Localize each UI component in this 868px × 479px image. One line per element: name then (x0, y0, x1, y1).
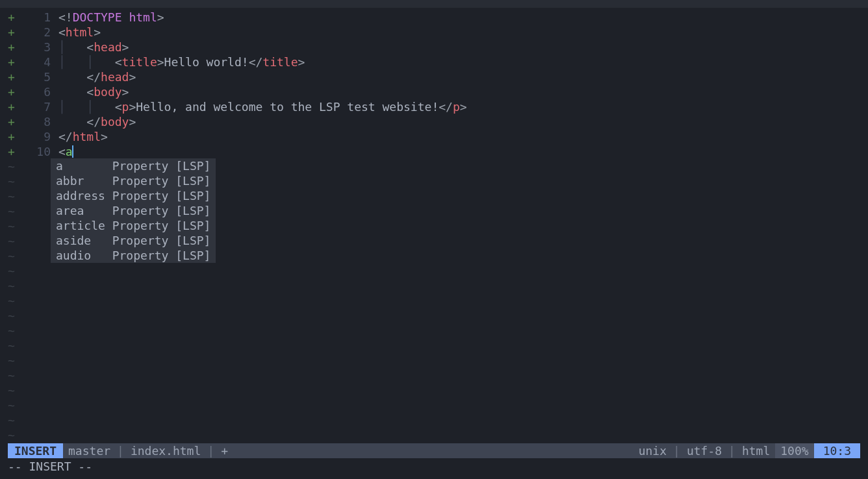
tilde-marker: ~ (0, 234, 15, 249)
code-line[interactable]: +5 </head> (0, 69, 868, 84)
tilde-marker: ~ (0, 174, 15, 189)
modified-flag: + (216, 443, 233, 458)
file-encoding: utf-8 (682, 443, 727, 458)
line-number: 2 (23, 25, 58, 40)
code-line[interactable]: +4│ │ <title>Hello world!</title> (0, 55, 868, 69)
diff-sign: + (0, 69, 23, 84)
tilde-marker: ~ (0, 338, 15, 353)
git-branch: master (63, 443, 116, 458)
separator: | (206, 443, 216, 458)
line-number: 5 (23, 69, 58, 84)
filetype: html (737, 443, 775, 458)
tilde-marker: ~ (0, 308, 15, 323)
tilde-marker: ~ (0, 398, 15, 413)
line-number: 8 (23, 114, 58, 129)
completion-item[interactable]: abbr Property [LSP] (51, 173, 216, 188)
completion-item[interactable]: audio Property [LSP] (51, 248, 216, 263)
line-number: 1 (23, 10, 58, 25)
code-line[interactable]: +2<html> (0, 25, 868, 40)
code-content[interactable]: <!DOCTYPE html> (58, 10, 868, 25)
tilde-marker: ~ (0, 383, 15, 398)
tilde-marker: ~ (0, 323, 15, 338)
tilde-marker: ~ (0, 428, 15, 443)
separator: | (116, 443, 125, 458)
filler-line: ~ (0, 368, 868, 383)
line-number: 6 (23, 84, 58, 99)
code-line[interactable]: +3│ <head> (0, 40, 868, 55)
status-line: INSERT master | index.html | + unix | ut… (8, 443, 860, 458)
tilde-marker: ~ (0, 219, 15, 234)
tilde-marker: ~ (0, 353, 15, 368)
cursor-position: 10:3 (814, 443, 860, 458)
filler-line: ~ (0, 428, 868, 443)
command-line: -- INSERT -- (8, 459, 92, 474)
diff-sign: + (0, 40, 23, 55)
filler-line: ~ (0, 413, 868, 428)
scroll-percent: 100% (775, 443, 813, 458)
diff-sign: + (0, 10, 23, 25)
code-content[interactable]: <a (58, 144, 868, 159)
filler-line: ~ (0, 383, 868, 398)
completion-item[interactable]: address Property [LSP] (51, 188, 216, 203)
diff-sign: + (0, 25, 23, 40)
completion-popup[interactable]: a Property [LSP]abbr Property [LSP]addre… (51, 158, 216, 263)
code-line[interactable]: +9</html> (0, 129, 868, 144)
completion-item[interactable]: a Property [LSP] (51, 158, 216, 173)
line-number: 3 (23, 40, 58, 55)
filler-line: ~ (0, 323, 868, 338)
tab-bar (0, 0, 868, 8)
text-cursor (72, 145, 73, 158)
completion-item[interactable]: area Property [LSP] (51, 203, 216, 218)
tilde-marker: ~ (0, 278, 15, 293)
code-content[interactable]: │ <head> (58, 40, 868, 55)
code-content[interactable]: </head> (58, 69, 868, 84)
code-content[interactable]: │ │ <title>Hello world!</title> (58, 55, 868, 69)
tilde-marker: ~ (0, 264, 15, 278)
tilde-marker: ~ (0, 368, 15, 383)
editor-viewport[interactable]: +1<!DOCTYPE html>+2<html>+3│ <head>+4│ │… (0, 0, 868, 479)
code-content[interactable]: <body> (58, 84, 868, 99)
code-content[interactable]: <html> (58, 25, 868, 40)
code-line[interactable]: +1<!DOCTYPE html> (0, 10, 868, 25)
diff-sign: + (0, 55, 23, 69)
code-content[interactable]: │ │ <p>Hello, and welcome to the LSP tes… (58, 99, 868, 114)
tilde-marker: ~ (0, 413, 15, 428)
file-format: unix (633, 443, 672, 458)
code-line[interactable]: +6 <body> (0, 84, 868, 99)
diff-sign: + (0, 114, 23, 129)
tilde-marker: ~ (0, 293, 15, 308)
separator: | (727, 443, 737, 458)
mode-indicator: INSERT (8, 443, 63, 458)
tilde-marker: ~ (0, 249, 15, 264)
tilde-marker: ~ (0, 204, 15, 219)
filler-line: ~ (0, 264, 868, 278)
code-content[interactable]: </html> (58, 129, 868, 144)
filler-line: ~ (0, 353, 868, 368)
line-number: 4 (23, 55, 58, 69)
code-line[interactable]: +8 </body> (0, 114, 868, 129)
filler-line: ~ (0, 308, 868, 323)
file-name: index.html (125, 443, 206, 458)
filler-line: ~ (0, 278, 868, 293)
code-content[interactable]: </body> (58, 114, 868, 129)
tilde-marker: ~ (0, 159, 15, 174)
filler-line: ~ (0, 293, 868, 308)
line-number: 10 (23, 144, 58, 159)
filler-line: ~ (0, 398, 868, 413)
diff-sign: + (0, 144, 23, 159)
diff-sign: + (0, 99, 23, 114)
code-line[interactable]: +7│ │ <p>Hello, and welcome to the LSP t… (0, 99, 868, 114)
diff-sign: + (0, 84, 23, 99)
tilde-marker: ~ (0, 189, 15, 204)
line-number: 9 (23, 129, 58, 144)
completion-item[interactable]: aside Property [LSP] (51, 233, 216, 248)
completion-item[interactable]: article Property [LSP] (51, 218, 216, 233)
separator: | (672, 443, 682, 458)
line-number: 7 (23, 99, 58, 114)
code-line[interactable]: +10<a (0, 144, 868, 159)
filler-line: ~ (0, 338, 868, 353)
diff-sign: + (0, 129, 23, 144)
